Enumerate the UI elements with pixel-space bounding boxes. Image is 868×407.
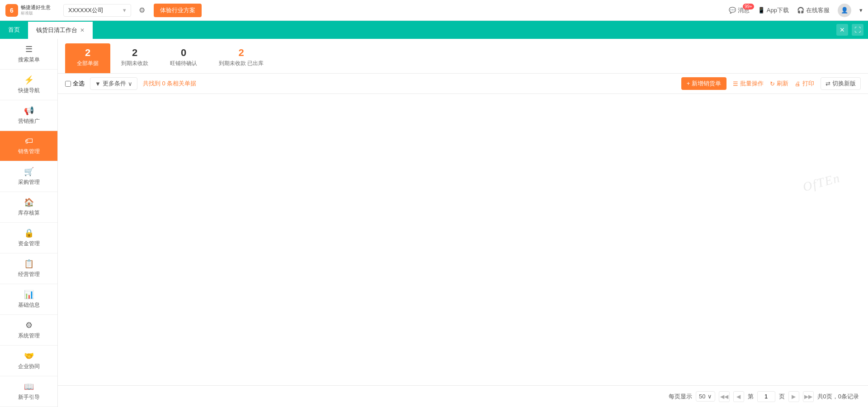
sidebar-basicinfo-label: 基础信息 — [18, 301, 40, 309]
sidebar-sales-label: 销售管理 — [18, 148, 40, 155]
print-label: 打印 — [802, 80, 814, 88]
tab-minimize-btn[interactable]: ✕ — [836, 24, 848, 36]
toolbar: 全选 ▼ 更多条件 ∨ 共找到 0 条相关单据 + 新增销货单 ☰ 批量操作 ↻ — [58, 74, 868, 94]
prev-page-btn[interactable]: ◀ — [733, 391, 744, 402]
sidebar-marketing-label: 营销推广 — [18, 117, 40, 125]
sidebar-search-label: 搜索菜单 — [18, 56, 40, 64]
sidebar-inventory-label: 库存核算 — [18, 209, 40, 217]
online-service-btn[interactable]: 🎧 在线客服 — [797, 6, 830, 14]
refresh-btn[interactable]: ↻ 刷新 — [770, 80, 788, 88]
filter-btn[interactable]: ▼ 更多条件 ∨ — [90, 77, 137, 90]
sidebar-quick-label: 快捷导航 — [18, 87, 40, 94]
sidebar-purchase-label: 采购管理 — [18, 178, 40, 186]
search-menu-icon: ☰ — [25, 44, 33, 54]
message-btn[interactable]: 💬 消息 99+ — [729, 6, 750, 14]
sidebar-item-partner[interactable]: 🤝 企业协同 — [0, 346, 57, 376]
add-sales-btn[interactable]: + 新增销货单 — [681, 77, 726, 90]
first-page-btn[interactable]: ◀◀ — [719, 391, 730, 402]
sidebar-item-system[interactable]: ⚙ 系统管理 — [0, 315, 57, 346]
print-btn[interactable]: 🖨 打印 — [795, 80, 814, 88]
page-size-value: 50 — [699, 393, 705, 400]
sidebar-item-sales[interactable]: 🏷 销售管理 — [0, 131, 57, 161]
batch-label: 批量操作 — [740, 80, 764, 88]
sidebar-operation-label: 经营管理 — [18, 271, 40, 278]
match-count: 共找到 0 条相关单据 — [143, 80, 196, 88]
logo-title: 畅捷通好生意 — [21, 4, 51, 10]
checkbox-input[interactable] — [65, 81, 71, 87]
sidebar-guide-label: 新手引导 — [18, 393, 40, 401]
summary-count-pending: 0 — [181, 47, 186, 59]
company-selector[interactable]: XXXXXX公司 ▾ — [63, 4, 131, 17]
partner-icon: 🤝 — [24, 351, 34, 361]
message-icon: 💬 — [729, 7, 736, 14]
summary-label-overdue: 到期未收款 — [121, 60, 148, 67]
refresh-label: 刷新 — [777, 80, 788, 88]
tab-close-icon[interactable]: ✕ — [80, 27, 85, 33]
sidebar-partner-label: 企业协同 — [18, 363, 40, 370]
experience-btn[interactable]: 体验行业方案 — [154, 4, 202, 17]
watermark: OfTEn — [802, 171, 842, 195]
finance-icon: 🔒 — [24, 228, 34, 238]
page-suffix: 页 — [779, 393, 785, 401]
tab-home-label: 首页 — [8, 26, 20, 34]
sidebar-item-marketing[interactable]: 📢 营销推广 — [0, 100, 57, 131]
app-download-label: App下载 — [767, 6, 789, 14]
basicinfo-icon: 📊 — [24, 290, 34, 299]
tab-bar: 首页 钱货日清工作台 ✕ ✕ ⛶ — [0, 21, 868, 39]
tab-maximize-btn[interactable]: ⛶ — [852, 24, 863, 36]
summary-tab-overdue[interactable]: 2 到期未收款 — [110, 43, 159, 73]
next-page-btn[interactable]: ▶ — [788, 391, 799, 402]
online-service-label: 在线客服 — [806, 6, 830, 14]
minimize-icon: ✕ — [840, 26, 845, 33]
summary-label-all: 全部单据 — [77, 60, 99, 67]
filter-icon: ▼ — [95, 80, 101, 87]
page-size-select[interactable]: 50 ∨ — [696, 391, 715, 402]
sidebar-item-finance[interactable]: 🔒 资金管理 — [0, 223, 57, 253]
sidebar: ☰ 搜索菜单 ⚡ 快捷导航 📢 营销推广 🏷 销售管理 🛒 采购管理 🏠 库存核… — [0, 39, 58, 407]
logo-badge: 标准版 — [21, 10, 51, 16]
main-layout: ☰ 搜索菜单 ⚡ 快捷导航 📢 营销推广 🏷 销售管理 🛒 采购管理 🏠 库存核… — [0, 39, 868, 407]
sidebar-item-guide[interactable]: 📖 新手引导 — [0, 376, 57, 407]
total-info: 共0页，0条记录 — [817, 393, 859, 401]
avatar[interactable]: 👤 — [838, 4, 851, 17]
page-size-label: 每页显示 — [669, 393, 692, 401]
purchase-icon: 🛒 — [24, 167, 34, 177]
tab-home[interactable]: 首页 — [0, 21, 28, 39]
company-name: XXXXXX公司 — [68, 6, 104, 14]
header-right: 💬 消息 99+ 📱 App下载 🎧 在线客服 👤 ▾ — [729, 4, 863, 17]
page-number-input[interactable] — [757, 391, 775, 402]
sidebar-item-inventory[interactable]: 🏠 库存核算 — [0, 192, 57, 223]
sales-icon: 🏷 — [25, 136, 33, 146]
chevron-down-pagesize: ∨ — [708, 393, 712, 400]
filter-label: 更多条件 — [103, 80, 126, 88]
switch-version-btn[interactable]: ⇄ 切换新版 — [821, 77, 861, 90]
next-page-icon: ▶ — [792, 393, 796, 400]
sidebar-system-label: 系统管理 — [18, 332, 40, 340]
sidebar-item-basicinfo[interactable]: 📊 基础信息 — [0, 284, 57, 315]
summary-tab-shipped[interactable]: 2 到期未收款 已出库 — [208, 43, 274, 73]
settings-icon-btn[interactable]: ⚙ — [135, 3, 149, 18]
avatar-icon: 👤 — [841, 7, 848, 14]
logo-text-block: 畅捷通好生意 标准版 — [21, 4, 51, 16]
app-download-btn[interactable]: 📱 App下载 — [758, 6, 789, 14]
sidebar-item-operation[interactable]: 📋 经营管理 — [0, 253, 57, 284]
batch-operation-btn[interactable]: ☰ 批量操作 — [733, 80, 764, 88]
username-btn[interactable]: ▾ — [859, 7, 863, 14]
refresh-icon: ↻ — [770, 80, 775, 87]
settings-icon: ⚙ — [139, 6, 145, 14]
switch-label: 切换新版 — [832, 80, 856, 88]
marketing-icon: 📢 — [24, 106, 34, 116]
select-all-checkbox[interactable]: 全选 — [65, 80, 85, 88]
tab-cashflow[interactable]: 钱货日清工作台 ✕ — [28, 21, 93, 39]
summary-tab-pending[interactable]: 0 旺铺待确认 — [159, 43, 208, 73]
sidebar-item-quick[interactable]: ⚡ 快捷导航 — [0, 70, 57, 100]
summary-tab-all[interactable]: 2 全部单据 — [65, 43, 110, 73]
sidebar-item-purchase[interactable]: 🛒 采购管理 — [0, 161, 57, 192]
select-all-label: 全选 — [73, 80, 85, 88]
chevron-down-icon-user: ▾ — [859, 7, 863, 14]
message-badge: 99+ — [743, 4, 754, 9]
tab-cashflow-label: 钱货日清工作台 — [36, 26, 77, 34]
sidebar-item-search[interactable]: ☰ 搜索菜单 — [0, 39, 57, 70]
batch-icon: ☰ — [733, 80, 738, 87]
last-page-btn[interactable]: ▶▶ — [803, 391, 814, 402]
